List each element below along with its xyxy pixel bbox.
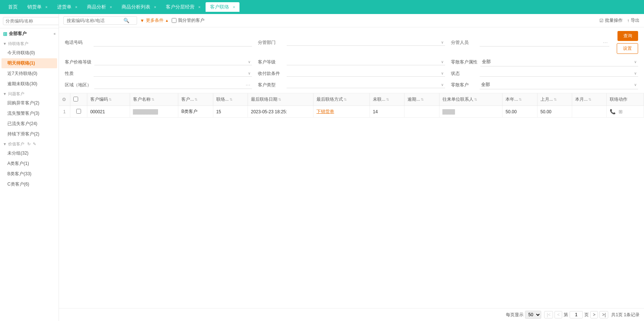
sidebar-item-7days[interactable]: 近7天待联络(0): [1, 69, 57, 79]
select-all-checkbox[interactable]: [73, 97, 78, 101]
filter-manager-row: 分管人员 ··· 查询 设置: [451, 31, 638, 54]
nav-tab-customer-contact[interactable]: 客户联络 ×: [206, 2, 239, 12]
sort-last-month-icon[interactable]: ⇅: [554, 97, 557, 101]
page-number-input[interactable]: [570, 311, 583, 318]
first-page-button[interactable]: |<: [544, 311, 553, 318]
col-last-date-header[interactable]: 最后联络日期⇅: [248, 93, 313, 106]
col-contact-count-header[interactable]: 联络...⇅: [213, 93, 248, 106]
sidebar-item-repurchase[interactable]: 回购异常客户(2): [1, 98, 57, 108]
customer-level-select[interactable]: ∨: [287, 59, 445, 65]
sidebar-item-ungrouped[interactable]: 未分组(32): [1, 148, 57, 158]
reset-button[interactable]: 设置: [617, 43, 638, 54]
next-page-button[interactable]: >: [590, 311, 598, 318]
retail-attr-select[interactable]: 全部 ∨: [480, 58, 638, 66]
retail-customer-select[interactable]: 全部 ∨: [480, 80, 638, 89]
prev-page-button[interactable]: <: [554, 311, 562, 318]
customer-type-arrow-icon: ∨: [441, 83, 444, 87]
row-action: 📞 ⊞: [607, 106, 644, 118]
col-overdue-header[interactable]: 逾期...⇅: [405, 93, 439, 106]
sort-this-year-icon[interactable]: ⇅: [519, 97, 522, 101]
sidebar-item-class-c[interactable]: C类客户(6): [1, 179, 57, 189]
toolbar-search-icon[interactable]: 🔍: [123, 18, 129, 23]
sidebar-item-overdue[interactable]: 逾期未联络(30): [1, 79, 57, 89]
nav-tab-analysis-list[interactable]: 商品分析列表 ×: [117, 2, 161, 12]
export-button[interactable]: ↑ 导出: [627, 17, 640, 24]
close-customer-segment-tab-icon[interactable]: ×: [198, 5, 200, 9]
query-button[interactable]: 查询: [617, 31, 638, 41]
nav-tab-sales[interactable]: 销货单 ×: [23, 2, 52, 12]
col-this-month-header[interactable]: 本月...⇅: [572, 93, 607, 106]
row-checkbox[interactable]: [76, 109, 81, 114]
row-checkbox-cell[interactable]: [70, 106, 87, 118]
grid-action-icon[interactable]: ⊞: [619, 109, 623, 114]
toolbar-search-box: 🔍: [63, 16, 137, 25]
col-not-contacted-header[interactable]: 未联...⇅: [370, 93, 405, 106]
payment-select[interactable]: ∨: [287, 70, 445, 77]
col-settings[interactable]: ⚙: [59, 93, 70, 106]
close-customer-contact-tab-icon[interactable]: ×: [233, 5, 235, 9]
customer-type-select[interactable]: ∨: [287, 82, 445, 88]
sidebar-item-class-b[interactable]: B类客户(33): [1, 169, 57, 179]
sort-this-month-icon[interactable]: ⇅: [588, 97, 591, 101]
phone-label: 电话号码: [65, 39, 91, 46]
collapse-sidebar-icon[interactable]: «: [53, 32, 56, 36]
last-page-button[interactable]: >|: [599, 311, 608, 318]
nav-tab-customer-segment[interactable]: 客户分层经营 ×: [161, 2, 205, 12]
sidebar-group-value[interactable]: ▼ 价值客户 ↻ ✎: [0, 139, 59, 148]
last-method-link[interactable]: 下销货单: [316, 109, 334, 114]
filter-arrow-icon: ▲: [165, 18, 169, 23]
close-analysis-tab-icon[interactable]: ×: [110, 5, 112, 9]
sort-overdue-icon[interactable]: ⇅: [421, 97, 424, 101]
sidebar-item-tomorrow[interactable]: 明天待联络(1): [1, 58, 57, 68]
col-checkbox[interactable]: [70, 93, 87, 106]
toolbar-search-input[interactable]: [67, 18, 122, 23]
sidebar-item-today[interactable]: 今天待联络(0): [1, 48, 57, 58]
sort-code-icon[interactable]: ⇅: [109, 97, 112, 101]
sidebar-item-class-a[interactable]: A类客户(1): [1, 159, 57, 169]
value-level-select[interactable]: ∨: [94, 59, 252, 65]
page-size-select[interactable]: 50: [525, 311, 541, 319]
gender-select[interactable]: ∨: [94, 70, 252, 77]
sidebar-item-churned[interactable]: 已流失客户(24): [1, 119, 57, 129]
sort-not-contacted-icon[interactable]: ⇅: [386, 97, 389, 101]
sort-company-contact-icon[interactable]: ⇅: [474, 97, 477, 101]
batch-operation-button[interactable]: ☑ 批量操作: [599, 17, 623, 24]
col-last-month-header[interactable]: 上月...⇅: [537, 93, 572, 106]
phone-action-icon[interactable]: 📞: [610, 109, 616, 114]
nav-tab-purchase[interactable]: 进货单 ×: [53, 2, 82, 12]
settings-icon[interactable]: ⚙: [62, 97, 66, 102]
phone-input[interactable]: [94, 39, 252, 46]
close-purchase-tab-icon[interactable]: ×: [75, 5, 77, 9]
sidebar-group-pending[interactable]: ▼ 待联络客户: [0, 39, 59, 48]
sidebar-item-declining[interactable]: 持续下滑客户(2): [1, 129, 57, 139]
nav-tab-analysis[interactable]: 商品分析 ×: [83, 2, 116, 12]
dept-select[interactable]: ∨: [287, 39, 445, 46]
sidebar-all-customers[interactable]: ⊞ 全部客户 «: [0, 28, 59, 39]
more-filters-button[interactable]: ▼ 更多条件 ▲: [140, 17, 169, 24]
close-sales-tab-icon[interactable]: ×: [45, 5, 48, 9]
edit-icon[interactable]: ✎: [33, 142, 36, 146]
manager-select[interactable]: ···: [480, 39, 609, 46]
my-customers-checkbox-label[interactable]: 我分管的客户: [172, 17, 204, 24]
sort-contact-count-icon[interactable]: ⇅: [230, 97, 232, 101]
col-this-year-header[interactable]: 本年...⇅: [503, 93, 537, 106]
region-select[interactable]: ···: [94, 81, 252, 89]
sort-name-icon[interactable]: ⇅: [151, 97, 154, 101]
close-analysis-list-tab-icon[interactable]: ×: [154, 5, 156, 9]
col-type-header[interactable]: 客户...⇅: [178, 93, 213, 106]
col-name-header[interactable]: 客户名称⇅: [130, 93, 178, 106]
col-last-method-header[interactable]: 最后联络方式⇅: [313, 93, 370, 106]
sidebar-search-input[interactable]: [3, 17, 59, 25]
status-select[interactable]: ∨: [480, 70, 638, 77]
refresh-icon[interactable]: ↻: [27, 142, 31, 146]
sort-last-date-icon[interactable]: ⇅: [278, 97, 281, 101]
my-customers-checkbox[interactable]: [172, 18, 176, 23]
sidebar-item-churn-warning[interactable]: 流失预警客户(3): [1, 108, 57, 118]
col-code-header[interactable]: 客户编码⇅: [87, 93, 130, 106]
nav-home[interactable]: 首页: [4, 2, 22, 12]
sidebar-group-problem[interactable]: ▼ 问题客户: [0, 89, 59, 98]
row-last-method[interactable]: 下销货单: [313, 106, 370, 118]
sort-last-method-icon[interactable]: ⇅: [344, 97, 347, 101]
sort-type-icon[interactable]: ⇅: [195, 97, 197, 101]
col-company-contact-header[interactable]: 往来单位联系人⇅: [439, 93, 503, 106]
